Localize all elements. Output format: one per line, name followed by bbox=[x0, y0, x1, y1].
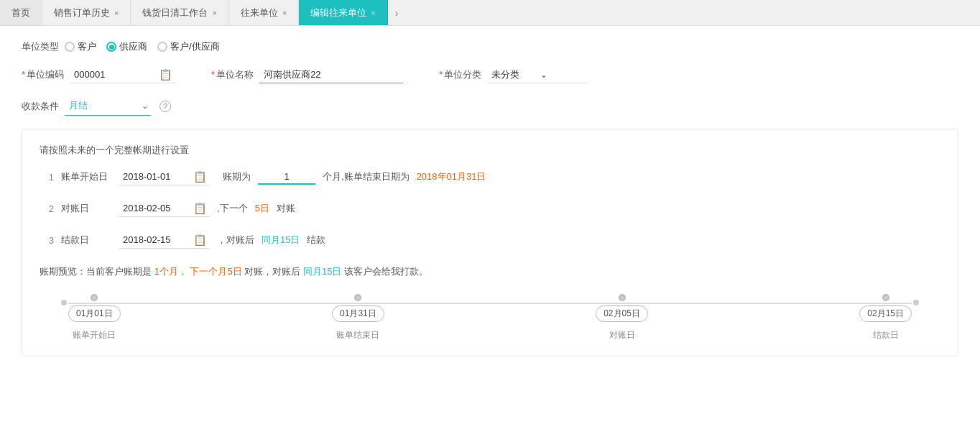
point-desc-2: 对账日 bbox=[609, 329, 635, 341]
unit-type-row: 单位类型 客户 供应商 客户/供应商 bbox=[22, 40, 958, 53]
period-months-input[interactable] bbox=[258, 170, 315, 185]
unit-class-select[interactable]: 未分类 ⌄ bbox=[487, 67, 588, 83]
payment-label: 收款条件 bbox=[22, 100, 59, 113]
timeline-container: 01月01日 账单开始日 01月31日 账单结束日 02月05日 对账日 02月… bbox=[40, 294, 940, 341]
unit-code-label: *单位编码 bbox=[22, 68, 64, 81]
period-calendar-1-icon[interactable]: 📋 bbox=[190, 170, 210, 183]
unit-class-required: * bbox=[439, 69, 443, 80]
preview-text: 账期预览：当前客户账期是 1个月， 下一个月5日 对账，对账后 同月15日 该客… bbox=[40, 263, 940, 280]
period-num-3: 3 bbox=[40, 235, 54, 246]
payment-group: 收款条件 月结 ⌄ ? bbox=[22, 96, 171, 116]
timeline-end-dot bbox=[913, 300, 919, 305]
preview-1month: 1个月， bbox=[154, 266, 188, 277]
preview-reconcile: 下一个月5日 bbox=[190, 266, 241, 277]
point-label-1: 01月31日 bbox=[332, 305, 384, 322]
tab-home[interactable]: 首页 bbox=[0, 0, 42, 25]
unit-name-group: *单位名称 bbox=[211, 66, 403, 83]
point-desc-0: 账单开始日 bbox=[73, 329, 116, 341]
point-dot-3 bbox=[882, 294, 889, 301]
unit-type-group: 单位类型 客户 供应商 客户/供应商 bbox=[22, 40, 220, 53]
unit-class-group: *单位分类 未分类 ⌄ bbox=[439, 67, 588, 83]
period-row-1: 1 账单开始日 📋 账期为 个月,账单结束日期为 2018年01月31日 bbox=[40, 168, 940, 185]
preview-end: 该客户会给我打款。 bbox=[344, 266, 428, 277]
tab-sales-history[interactable]: 销售订单历史 × bbox=[42, 0, 131, 25]
tab-bar: 首页 销售订单历史 × 钱货日清工作台 × 往来单位 × 编辑往来单位 × › bbox=[0, 0, 980, 26]
unit-info-row: *单位编码 📋 *单位名称 *单位分类 未分类 ⌄ bbox=[22, 66, 958, 83]
tab-edit-partner[interactable]: 编辑往来单位 × bbox=[299, 0, 387, 25]
unit-name-required: * bbox=[211, 69, 215, 80]
point-label-3: 02月15日 bbox=[859, 305, 912, 322]
tab-edit-partner-label: 编辑往来单位 bbox=[310, 6, 366, 19]
period-date-3-input[interactable] bbox=[119, 233, 190, 247]
period-label-2: 对账日 bbox=[61, 202, 111, 215]
main-content: 单位类型 客户 供应商 客户/供应商 *单位编码 bbox=[0, 26, 980, 437]
close-partners-icon[interactable]: × bbox=[282, 9, 287, 17]
close-sales-history-icon[interactable]: × bbox=[114, 9, 119, 17]
period-date-1-input[interactable] bbox=[119, 170, 190, 183]
close-edit-partner-icon[interactable]: × bbox=[371, 9, 375, 17]
tab-home-label: 首页 bbox=[11, 6, 30, 19]
unit-code-required: * bbox=[22, 69, 25, 80]
radio-group: 客户 供应商 客户/供应商 bbox=[65, 40, 220, 53]
tab-partners-label: 往来单位 bbox=[241, 6, 278, 19]
tab-partners[interactable]: 往来单位 × bbox=[229, 0, 299, 25]
period-row2-prefix: ,下一个 bbox=[217, 202, 248, 215]
period-row2-highlight: 5日 bbox=[255, 202, 269, 215]
unit-code-input[interactable] bbox=[70, 68, 156, 81]
unit-type-label: 单位类型 bbox=[22, 40, 59, 53]
radio-supplier-circle bbox=[106, 42, 116, 52]
tab-sales-history-label: 销售订单历史 bbox=[54, 6, 110, 19]
period-row-3: 3 结款日 📋 ，对账后 同月15日 结款 bbox=[40, 231, 940, 249]
point-desc-1: 账单结束日 bbox=[336, 329, 379, 341]
payment-row: 收款条件 月结 ⌄ ? bbox=[22, 96, 958, 116]
period-num-2: 2 bbox=[40, 203, 54, 214]
period-num-1: 1 bbox=[40, 172, 54, 183]
unit-class-value: 未分类 bbox=[491, 68, 535, 81]
payment-value: 月结 bbox=[65, 98, 139, 114]
radio-supplier-label: 供应商 bbox=[119, 40, 147, 53]
help-icon[interactable]: ? bbox=[160, 101, 171, 112]
timeline-point-0: 01月01日 账单开始日 bbox=[68, 294, 121, 341]
timeline-start-dot bbox=[61, 300, 67, 305]
close-cashwork-icon[interactable]: × bbox=[212, 9, 216, 17]
period-label-3: 结款日 bbox=[61, 234, 111, 247]
period-label-1: 账单开始日 bbox=[61, 170, 111, 183]
radio-supplier[interactable]: 供应商 bbox=[106, 40, 147, 53]
period-calendar-2-icon[interactable]: 📋 bbox=[190, 202, 210, 215]
radio-both-circle bbox=[157, 42, 167, 52]
unit-name-label: *单位名称 bbox=[211, 68, 254, 81]
point-dot-0 bbox=[91, 294, 98, 301]
payment-select[interactable]: 月结 ⌄ bbox=[65, 96, 151, 116]
tab-cashwork-label: 钱货日清工作台 bbox=[142, 6, 208, 19]
tab-scroll-arrow[interactable]: › bbox=[388, 0, 406, 25]
unit-class-label: *单位分类 bbox=[439, 68, 481, 81]
tab-cashwork[interactable]: 钱货日清工作台 × bbox=[131, 0, 228, 25]
period-title: 请按照未来的一个完整帐期进行设置 bbox=[40, 144, 940, 157]
point-desc-3: 结款日 bbox=[873, 329, 899, 341]
period-calendar-3-icon[interactable]: 📋 bbox=[190, 234, 210, 247]
radio-customer-label: 客户 bbox=[78, 40, 96, 53]
radio-customer[interactable]: 客户 bbox=[65, 40, 96, 53]
unit-name-input[interactable] bbox=[259, 66, 403, 83]
unit-code-icon[interactable]: 📋 bbox=[156, 68, 175, 81]
point-dot-2 bbox=[619, 294, 626, 301]
timeline-point-1: 01月31日 账单结束日 bbox=[332, 294, 384, 341]
radio-both[interactable]: 客户/供应商 bbox=[157, 40, 220, 53]
period-date-3-wrapper: 📋 bbox=[119, 231, 210, 249]
period-date-2-input[interactable] bbox=[119, 201, 190, 215]
preview-mid: 对账，对账后 bbox=[244, 266, 300, 277]
period-for-label: 账期为 bbox=[223, 170, 251, 183]
period-date-2-wrapper: 📋 bbox=[119, 200, 210, 217]
period-row3-prefix: ，对账后 bbox=[217, 234, 254, 247]
radio-both-label: 客户/供应商 bbox=[170, 40, 220, 53]
unit-class-arrow-icon: ⌄ bbox=[540, 70, 583, 80]
period-month-suffix: 个月,账单结束日期为 bbox=[323, 170, 410, 183]
unit-code-input-wrapper: 📋 bbox=[70, 66, 175, 83]
radio-customer-circle bbox=[65, 42, 75, 52]
period-row3-highlight: 同月15日 bbox=[262, 234, 300, 247]
timeline-point-3: 02月15日 结款日 bbox=[859, 294, 912, 341]
point-label-0: 01月01日 bbox=[68, 305, 121, 322]
preview-label: 账期预览：当前客户账期是 bbox=[40, 266, 152, 277]
payment-dropdown-icon: ⌄ bbox=[139, 101, 151, 111]
period-row2-suffix: 对账 bbox=[277, 202, 295, 215]
